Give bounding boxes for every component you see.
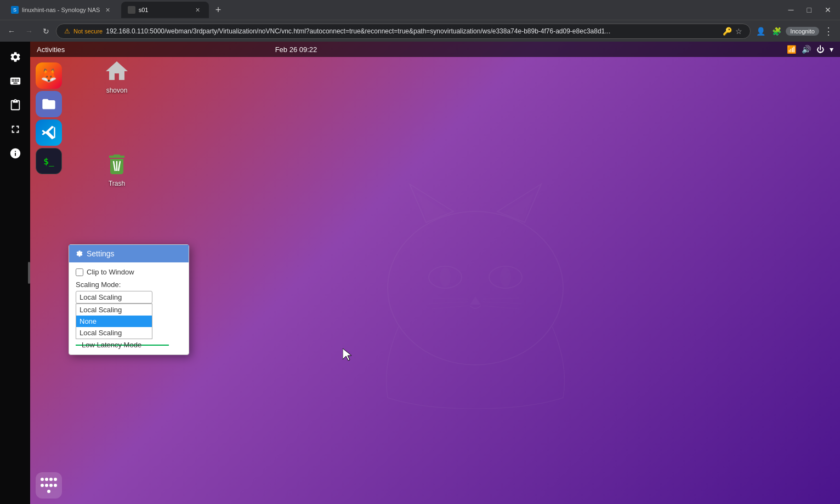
sidebar-fullscreen-icon[interactable] [4, 118, 26, 140]
user-button[interactable]: 👤 [754, 25, 768, 38]
dock-item-vscode[interactable] [36, 119, 62, 146]
gnome-clock: Feb 26 09:22 [275, 45, 317, 54]
scaling-mode-select[interactable]: Local Scaling [76, 291, 152, 303]
svg-line-12 [432, 298, 468, 299]
novnc-sidebar [0, 42, 30, 504]
svg-marker-1 [163, 345, 169, 346]
settings-title: Settings [87, 249, 115, 258]
clip-to-window-label: Clip to Window [87, 268, 134, 276]
tab1-close[interactable]: × [103, 4, 112, 15]
ubuntu-desktop[interactable]: Activities Feb 26 09:22 📶 🔊 ⏻ ▾ 🦊 [30, 42, 840, 504]
new-tab-button[interactable]: + [211, 2, 226, 18]
svg-line-14 [432, 306, 468, 309]
dock-item-terminal[interactable]: $_ [36, 148, 62, 174]
desktop-icon-shovon[interactable]: shovon [95, 58, 139, 94]
activities-button[interactable]: Activities [37, 45, 65, 54]
tab1-favicon: S [11, 6, 19, 14]
home-folder-icon [104, 58, 130, 84]
chevron-down-icon[interactable]: ▾ [830, 45, 833, 54]
reload-button[interactable]: ↻ [39, 25, 53, 38]
back-button[interactable]: ← [4, 25, 19, 38]
dock-apps-grid-button[interactable] [36, 472, 62, 499]
dock-item-firefox[interactable]: 🦊 [36, 62, 62, 89]
tab-s01[interactable]: s01 × [121, 2, 209, 18]
url-text: 192.168.0.110:5000/webman/3rdparty/Virtu… [106, 27, 719, 35]
scaling-mode-label: Scaling Mode: [76, 280, 182, 289]
cat-watermark [338, 135, 612, 411]
trash-icon [104, 151, 130, 177]
sidebar-info-icon[interactable] [4, 142, 26, 164]
scaling-dropdown-options: Local Scaling None Local Scaling [76, 303, 152, 339]
option-local-scaling-bottom[interactable]: Local Scaling [76, 327, 152, 339]
svg-point-2 [388, 211, 563, 365]
minimize-button[interactable]: ─ [784, 3, 798, 16]
window-controls: ─ □ ✕ [784, 3, 836, 16]
sidebar-keyboard-icon[interactable] [4, 70, 26, 92]
firefox-icon: 🦊 [41, 68, 57, 83]
lock-icon: 🔑 [723, 27, 732, 36]
gnome-dock: 🦊 $_ [30, 57, 67, 504]
settings-body: Clip to Window Scaling Mode: Local Scali… [69, 262, 189, 354]
option-none[interactable]: None [76, 316, 152, 327]
settings-header: Settings [69, 245, 189, 262]
address-actions: 👤 🧩 Incognito ⋮ [754, 23, 836, 39]
tab2-label: s01 [139, 7, 149, 13]
settings-gear-icon [76, 250, 83, 257]
close-button[interactable]: ✕ [820, 3, 836, 16]
sidebar-clipboard-icon[interactable] [4, 94, 26, 116]
security-warning: ⚠ [64, 27, 70, 35]
incognito-badge: Incognito [786, 27, 819, 36]
menu-button[interactable]: ⋮ [821, 23, 836, 39]
url-bar[interactable]: ⚠ Not secure 192.168.0.110:5000/webman/3… [56, 24, 751, 39]
sidebar-settings-icon[interactable] [4, 46, 26, 68]
title-bar: S linuxhint-nas - Synology NAS × s01 × +… [0, 0, 840, 20]
power-icon[interactable]: ⏻ [816, 45, 824, 54]
gnome-topbar: Activities Feb 26 09:22 📶 🔊 ⏻ ▾ [30, 42, 840, 57]
vscode-icon [41, 125, 56, 140]
files-icon [41, 96, 56, 112]
forward-button[interactable]: → [22, 25, 36, 38]
svg-marker-11 [470, 296, 481, 305]
svg-point-5 [440, 267, 451, 287]
tab2-favicon [128, 6, 135, 14]
svg-line-16 [483, 302, 522, 303]
clip-to-window-row: Clip to Window [76, 268, 182, 276]
scaling-mode-value: Local Scaling [80, 293, 122, 301]
settings-panel: Settings Clip to Window Scaling Mode: Lo… [69, 244, 189, 355]
desktop-icon-trash[interactable]: Trash [95, 151, 139, 187]
not-secure-text: Not secure [73, 28, 103, 35]
dock-item-files[interactable] [36, 91, 62, 117]
svg-line-17 [483, 306, 519, 309]
tab2-close[interactable]: × [193, 4, 202, 15]
svg-line-13 [429, 302, 468, 303]
low-latency-label: Low Latency Mode [82, 341, 141, 349]
tab-synology[interactable]: S linuxhint-nas - Synology NAS × [4, 2, 119, 18]
maximize-button[interactable]: □ [803, 3, 816, 16]
terminal-icon: $_ [43, 156, 54, 167]
address-bar: ← → ↻ ⚠ Not secure 192.168.0.110:5000/we… [0, 20, 840, 42]
svg-line-15 [483, 298, 519, 299]
low-latency-row: Low Latency Mode [76, 341, 182, 349]
tab1-label: linuxhint-nas - Synology NAS [22, 7, 100, 13]
svg-point-6 [500, 267, 511, 287]
extensions-button[interactable]: 🧩 [770, 25, 784, 38]
desktop-icon-trash-label: Trash [109, 180, 125, 187]
star-icon: ☆ [735, 27, 742, 36]
clip-to-window-checkbox[interactable] [76, 268, 83, 276]
vm-area: Activities Feb 26 09:22 📶 🔊 ⏻ ▾ 🦊 [0, 42, 840, 504]
sound-icon[interactable]: 🔊 [802, 45, 811, 54]
network-icon[interactable]: 📶 [787, 45, 796, 54]
desktop-icon-shovon-label: shovon [106, 87, 128, 94]
scaling-mode-select-wrapper: Local Scaling Local Scaling None Local S… [76, 291, 182, 303]
dock-bottom [36, 472, 62, 499]
option-local-scaling-top[interactable]: Local Scaling [76, 304, 152, 316]
gnome-systray: 📶 🔊 ⏻ ▾ [787, 45, 833, 54]
